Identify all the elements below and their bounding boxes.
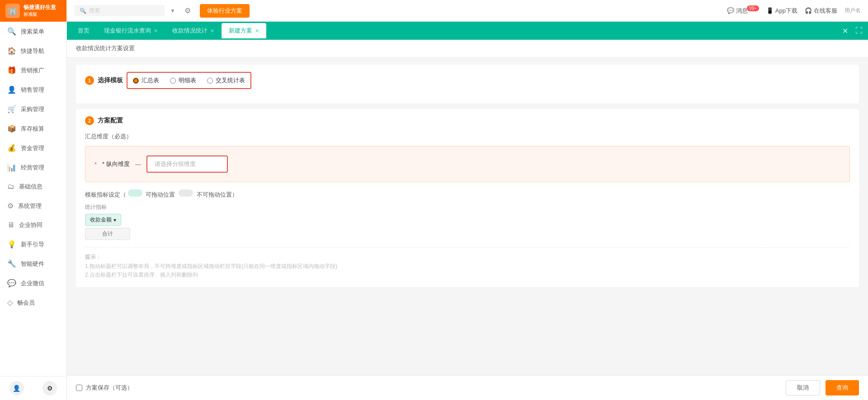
search-icon: 🔍 — [80, 8, 86, 14]
metrics-chip-label: 收款金额 — [90, 216, 112, 224]
logo-icon: 🏢 — [5, 4, 20, 18]
dimension-row: * * 纵向维度 — 请选择分组维度 — [94, 155, 840, 173]
tab-bank-flow-close[interactable]: ✕ — [154, 28, 158, 34]
radio-summary-label: 汇总表 — [142, 76, 159, 85]
quick-nav-icon: 🏠 — [7, 47, 16, 55]
inventory-icon: 📦 — [7, 124, 16, 133]
sidebar-item-label: 销售管理 — [21, 86, 44, 94]
sidebar-item-purchase[interactable]: 🛒 采购管理 — [0, 99, 66, 119]
sidebar-item-label: 资金管理 — [21, 144, 44, 152]
topbar-right: 💬 消息 99+ 📱 App下载 🎧 在线客服 用户名 — [727, 7, 861, 15]
notification-icon: 💬 — [727, 7, 734, 14]
tips-title: 提示： — [85, 253, 850, 261]
tab-home[interactable]: 首页 — [71, 23, 97, 38]
save-plan-checkbox[interactable] — [76, 385, 82, 391]
sidebar: 🏢 畅捷通好生意 标准版 🔍 搜索菜单 🏠 快捷导航 🎁 营销推广 👤 销售管理… — [0, 0, 67, 400]
tab-new-plan-close[interactable]: ✕ — [255, 28, 259, 34]
tips-area: 提示： 1.拖动标题栏可以调整布局，不可跨维度或指标区域拖动栏目字段(只能在同一… — [85, 247, 850, 279]
step1-title: 1 选择模板 汇总表 明细表 交叉统计表 — [85, 72, 850, 89]
sidebar-item-enterprise-wechat[interactable]: 💬 企业微信 — [0, 273, 66, 293]
sidebar-item-finance[interactable]: 💰 资金管理 — [0, 138, 66, 158]
query-button[interactable]: 查询 — [826, 380, 859, 395]
sidebar-item-operations[interactable]: 📊 经营管理 — [0, 158, 66, 177]
radio-summary-input[interactable] — [133, 78, 139, 84]
cancel-button[interactable]: 取消 — [786, 380, 820, 395]
metrics-chip-subtotal: 合计 — [85, 228, 130, 240]
sidebar-logo: 🏢 畅捷通好生意 标准版 — [0, 0, 66, 22]
sidebar-item-search-menu[interactable]: 🔍 搜索菜单 — [0, 22, 66, 41]
tab-new-plan[interactable]: 新建方案 ✕ — [222, 23, 266, 38]
radio-detail[interactable]: 明细表 — [170, 76, 196, 85]
stats-label: 统计指标 — [85, 203, 850, 211]
tab-close-all-icon[interactable]: ✕ — [840, 25, 850, 37]
sidebar-item-sales[interactable]: 👤 销售管理 — [0, 80, 66, 99]
online-service-item[interactable]: 🎧 在线客服 — [805, 7, 837, 15]
trial-button[interactable]: 体验行业方案 — [200, 4, 250, 18]
step1-section: 1 选择模板 汇总表 明细表 交叉统计表 — [76, 65, 859, 104]
tab-maximize-icon[interactable]: ⛶ — [854, 25, 864, 37]
sidebar-item-enterprise-collab[interactable]: 🖥 企业协同 — [0, 216, 66, 235]
app-download-item[interactable]: 📱 App下载 — [766, 7, 797, 15]
dimension-select-placeholder: 请选择分组维度 — [155, 160, 196, 167]
sidebar-item-inventory[interactable]: 📦 库存核算 — [0, 119, 66, 138]
sidebar-item-quick-nav[interactable]: 🏠 快捷导航 — [0, 41, 66, 61]
sidebar-item-label: 库存核算 — [21, 125, 44, 133]
main-area: 🔍 搜索 ▼ ⚙ 体验行业方案 💬 消息 99+ 📱 App下载 🎧 在线客服 … — [67, 0, 868, 400]
radio-summary[interactable]: 汇总表 — [133, 76, 159, 85]
tab-bank-flow[interactable]: 现金银行流水查询 ✕ — [97, 23, 165, 38]
tab-collection-stats-close[interactable]: ✕ — [210, 28, 214, 34]
breadcrumb-text: 收款情况统计方案设置 — [76, 45, 135, 52]
app-download-icon: 📱 — [766, 7, 774, 14]
sidebar-item-label: 快捷导航 — [21, 47, 44, 55]
footer-actions: 取消 查询 — [786, 380, 859, 395]
page-body: 1 选择模板 汇总表 明细表 交叉统计表 — [67, 57, 868, 375]
sidebar-item-members[interactable]: ◇ 畅会员 — [0, 293, 66, 312]
metrics-fixed-text: 不可拖动位置） — [197, 191, 238, 198]
sidebar-item-marketing[interactable]: 🎁 营销推广 — [0, 61, 66, 80]
radio-cross-input[interactable] — [207, 78, 213, 84]
notification-item[interactable]: 💬 消息 99+ — [727, 7, 759, 15]
logo-subtitle: 标准版 — [24, 11, 56, 18]
tab-bank-flow-label: 现金银行流水查询 — [104, 27, 151, 35]
tab-home-label: 首页 — [78, 27, 90, 35]
radio-cross-label: 交叉统计表 — [216, 76, 245, 85]
notification-label: 消息 — [736, 7, 748, 15]
radio-cross[interactable]: 交叉统计表 — [207, 76, 245, 85]
sidebar-item-label: 经营管理 — [21, 164, 44, 172]
dimension-select[interactable]: 请选择分组维度 — [146, 155, 228, 173]
new-guide-icon: 💡 — [7, 240, 16, 249]
enterprise-wechat-icon: 💬 — [7, 279, 16, 287]
sidebar-item-label: 新手引导 — [21, 240, 44, 249]
sidebar-item-label: 采购管理 — [21, 105, 44, 113]
sidebar-bottom-icon-2[interactable]: ⚙ — [42, 381, 57, 395]
settings-icon[interactable]: ⚙ — [181, 4, 194, 18]
tab-collection-stats[interactable]: 收款情况统计 ✕ — [165, 23, 222, 38]
step1-badge: 1 — [85, 76, 94, 85]
sidebar-item-label: 智能硬件 — [21, 260, 44, 268]
tabbar: 首页 现金银行流水查询 ✕ 收款情况统计 ✕ 新建方案 ✕ ✕ ⛶ — [67, 22, 868, 40]
page-footer: 方案保存（可选） 取消 查询 — [67, 375, 868, 400]
sidebar-item-smart-hw[interactable]: 🔧 智能硬件 — [0, 254, 66, 273]
sidebar-item-system[interactable]: ⚙ 系统管理 — [0, 196, 66, 216]
radio-detail-label: 明细表 — [179, 76, 196, 85]
sidebar-item-label: 企业微信 — [21, 279, 44, 287]
sidebar-item-new-guide[interactable]: 💡 新手引导 — [0, 235, 66, 254]
dimension-title: 汇总维度（必选） — [85, 132, 850, 141]
step2-section: 2 方案配置 汇总维度（必选） * * 纵向维度 — 请选择分组维度 — [76, 109, 859, 287]
tips-item-2: 2.点击标题栏下拉可设置排序、插入列和删除列 — [85, 271, 850, 279]
sidebar-item-label: 畅会员 — [17, 299, 35, 307]
notification-badge: 99+ — [747, 5, 759, 11]
metrics-label: 模板指标设定（ 可拖动位置 不可拖动位置） — [85, 189, 850, 199]
metrics-chip-revenue[interactable]: 收款金额 ▾ — [85, 214, 121, 226]
topbar-search-box[interactable]: 🔍 搜索 — [74, 5, 165, 16]
page-breadcrumb: 收款情况统计方案设置 — [67, 40, 868, 57]
sidebar-item-basic-info[interactable]: 🗂 基础信息 — [0, 177, 66, 196]
tabbar-actions: ✕ ⛶ — [840, 25, 864, 37]
search-placeholder-text: 搜索 — [89, 7, 100, 14]
sidebar-item-label: 营销推广 — [21, 66, 44, 75]
sidebar-bottom-icon-1[interactable]: 👤 — [9, 381, 24, 395]
radio-detail-input[interactable] — [170, 78, 176, 84]
smart-hw-icon: 🔧 — [7, 259, 16, 268]
step2-label: 方案配置 — [98, 117, 123, 125]
step1-label: 选择模板 — [98, 76, 123, 85]
